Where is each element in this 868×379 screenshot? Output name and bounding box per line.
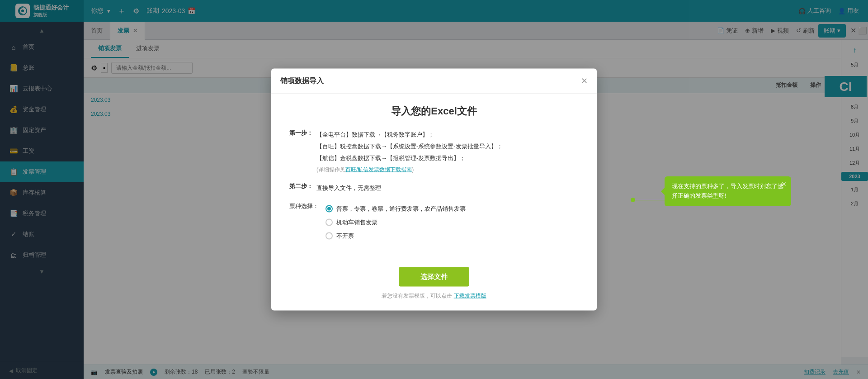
tooltip-dot: [631, 198, 635, 202]
radio-circle-1: [326, 205, 333, 213]
step2-content: 直接导入文件，无需整理: [316, 182, 381, 194]
radio-label-3: 不开票: [336, 232, 354, 240]
radio-item-3[interactable]: 不开票: [326, 232, 466, 240]
ticket-select: 票种选择： 普票，专票，卷票，通行费发票，农产品销售发票 机动车销售发票 不开票: [289, 201, 579, 249]
step1-note: (详细操作见百旺/航信发票数据下载指南): [316, 164, 503, 175]
step1-line2: 【百旺】税控盘数据下载→【系统设置-系统参数设置-发票批量导入】；: [316, 141, 503, 152]
tooltip-bubble: ✕ 现在支持的票种多了，导入发票时别忘了选择正确的发票类型呀!: [665, 176, 791, 206]
step1-content: 【全电平台】数据下载→【税务数字账户】； 【百旺】税控盘数据下载→【系统设置-系…: [316, 129, 503, 175]
radio-group: 普票，专票，卷票，通行费发票，农产品销售发票 机动车销售发票 不开票: [326, 205, 466, 246]
modal-body: 导入您的Excel文件 第一步： 【全电平台】数据下载→【税务数字账户】； 【百…: [271, 94, 597, 260]
step1-link[interactable]: 百旺/航信发票数据下载指南: [345, 166, 412, 173]
import-modal: 销项数据导入 ✕ 导入您的Excel文件 第一步： 【全电平台】数据下载→【税务…: [271, 69, 597, 311]
step1-line3: 【航信】金税盘数据下载→【报税管理-发票数据导出】；: [316, 152, 503, 164]
radio-circle-3: [326, 232, 333, 240]
radio-label-1: 普票，专票，卷票，通行费发票，农产品销售发票: [336, 205, 466, 213]
tooltip-close-button[interactable]: ✕: [781, 179, 787, 189]
radio-circle-2: [326, 219, 333, 226]
footer-note-text: 若您没有发票模版，可以点击: [382, 293, 452, 299]
ticket-label: 票种选择：: [289, 201, 326, 210]
step2-label: 第二步：: [289, 182, 316, 194]
modal-title: 销项数据导入: [280, 76, 324, 85]
modal-footer: 选择文件 若您没有发票模版，可以点击 下载发票模版: [271, 260, 597, 311]
modal-heading: 导入您的Excel文件: [289, 104, 579, 118]
tooltip-text: 现在支持的票种多了，导入发票时别忘了选择正确的发票类型呀!: [672, 183, 783, 199]
modal-header: 销项数据导入 ✕: [271, 69, 597, 94]
radio-item-2[interactable]: 机动车销售发票: [326, 218, 466, 227]
modal-close-button[interactable]: ✕: [581, 76, 588, 86]
radio-dot-1: [327, 207, 331, 211]
tooltip-line: [634, 200, 665, 200]
step2: 第二步： 直接导入文件，无需整理: [289, 182, 579, 194]
select-file-button[interactable]: 选择文件: [399, 267, 469, 287]
step1-line1: 【全电平台】数据下载→【税务数字账户】；: [316, 129, 503, 141]
footer-note: 若您没有发票模版，可以点击 下载发票模版: [289, 292, 579, 300]
download-template-link[interactable]: 下载发票模版: [454, 293, 486, 299]
radio-item-1[interactable]: 普票，专票，卷票，通行费发票，农产品销售发票: [326, 205, 466, 213]
radio-label-2: 机动车销售发票: [336, 218, 377, 227]
step1-label: 第一步：: [289, 129, 316, 175]
step1: 第一步： 【全电平台】数据下载→【税务数字账户】； 【百旺】税控盘数据下载→【系…: [289, 129, 579, 175]
